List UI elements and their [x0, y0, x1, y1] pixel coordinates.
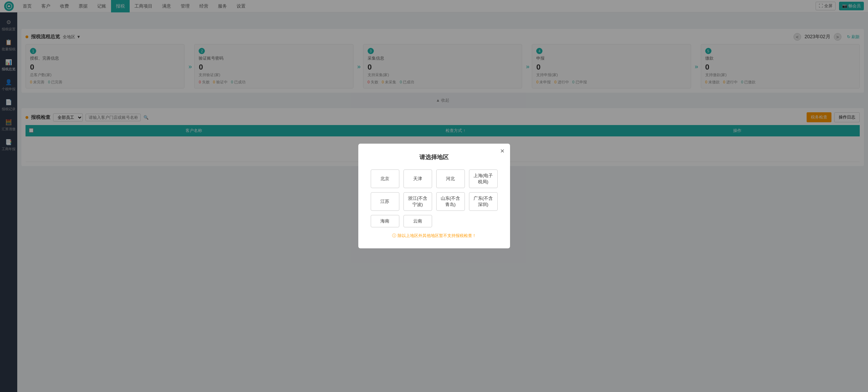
region-btn-jiangsu[interactable]: 江苏	[371, 192, 399, 211]
region-btn-hainan[interactable]: 海南	[371, 215, 399, 227]
region-btn-zhejiang[interactable]: 浙江(不含宁波)	[403, 192, 432, 211]
modal-warning: ⓘ 除以上地区外其他地区暂不支持报税检查！	[371, 233, 498, 239]
region-btn-tianjin[interactable]: 天津	[403, 169, 432, 188]
modal-overlay[interactable]: ✕ 请选择地区 北京 天津 河北 上海(电子税局) 江苏 浙江(不含宁波) 山东…	[0, 0, 868, 392]
region-btn-beijing[interactable]: 北京	[371, 169, 399, 188]
modal-close-button[interactable]: ✕	[500, 148, 505, 154]
region-btn-shanghai[interactable]: 上海(电子税局)	[469, 169, 498, 188]
region-btn-yunnan[interactable]: 云南	[403, 215, 432, 227]
region-btn-guangdong[interactable]: 广东(不含深圳)	[469, 192, 498, 211]
modal-dialog: ✕ 请选择地区 北京 天津 河北 上海(电子税局) 江苏 浙江(不含宁波) 山东…	[358, 144, 510, 248]
warning-icon: ⓘ	[392, 233, 396, 239]
region-btn-hebei[interactable]: 河北	[436, 169, 465, 188]
region-grid-row3: 海南 云南	[371, 215, 498, 227]
region-grid-row1: 北京 天津 河北 上海(电子税局)	[371, 169, 498, 188]
region-btn-shandong[interactable]: 山东(不含青岛)	[436, 192, 465, 211]
region-grid-row2: 江苏 浙江(不含宁波) 山东(不含青岛) 广东(不含深圳)	[371, 192, 498, 211]
modal-title: 请选择地区	[371, 153, 498, 161]
